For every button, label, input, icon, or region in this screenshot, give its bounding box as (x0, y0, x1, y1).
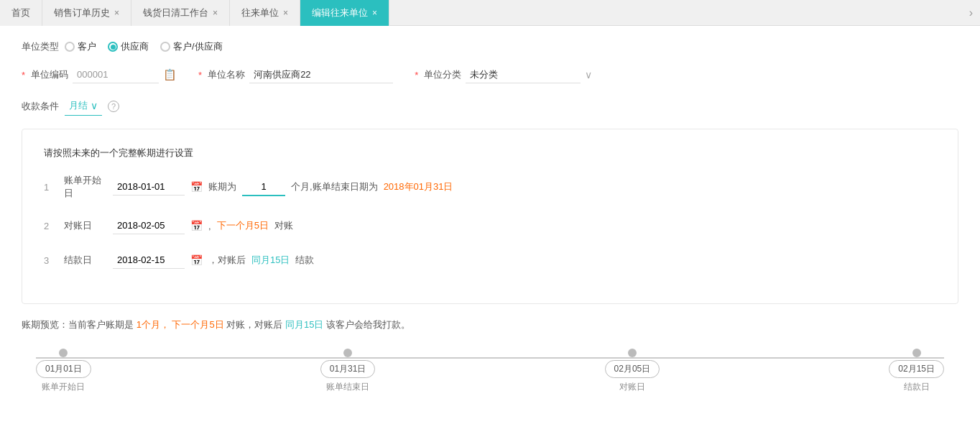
tab-edit-counterpart[interactable]: 编辑往来单位 × (300, 0, 389, 26)
tab-home-label: 首页 (11, 6, 30, 19)
node-bubble-2: 01月31日 (320, 360, 376, 378)
node-label-2: 账单结束日 (326, 381, 369, 393)
payment-suffix-post: 结款 (295, 254, 314, 267)
node-dot-2 (343, 349, 352, 357)
preview-part3: 对账，对账后 (226, 319, 282, 330)
node-date-1: 01月01日 (45, 364, 82, 374)
node-bubble-4: 02月15日 (889, 360, 944, 378)
tab-cashflow-close[interactable]: × (213, 8, 218, 18)
unit-name-label: 单位名称 (208, 68, 245, 81)
unit-code-label: 单位编码 (31, 68, 68, 81)
tab-cashflow-label: 钱货日清工作台 (143, 6, 208, 19)
radio-both[interactable]: 客户/供应商 (160, 40, 223, 53)
start-date-input[interactable] (113, 178, 185, 196)
node-bubble-3: 02月05日 (605, 360, 660, 378)
main-content: 单位类型 客户 供应商 客户/供应商 * 单位编码 📋 * 单位名称 (0, 26, 980, 437)
unit-type-row: 单位类型 客户 供应商 客户/供应商 (22, 40, 958, 53)
unit-name-group: * 单位名称 (198, 66, 393, 83)
tab-sales-history-label: 销售订单历史 (54, 6, 110, 19)
row-label-3: 结款日 (64, 254, 107, 267)
preview-part5: 该客户会给我打款。 (326, 319, 410, 330)
panel-title: 请按照未来的一个完整帐期进行设置 (44, 147, 936, 160)
timeline-node-2: 01月31日 账单结束日 (320, 349, 376, 393)
radio-both-circle (160, 42, 170, 52)
row-label-2: 对账日 (64, 219, 107, 232)
tab-cashflow[interactable]: 钱货日清工作台 × (131, 0, 230, 26)
payment-dropdown-icon[interactable]: ∨ (91, 100, 98, 111)
unit-classify-star: * (415, 70, 418, 80)
unit-type-label: 单位类型 (22, 40, 59, 53)
tab-bar: 首页 销售订单历史 × 钱货日清工作台 × 往来单位 × 编辑往来单位 × › (0, 0, 980, 26)
payment-value: 月结 (69, 99, 88, 112)
tab-edit-counterpart-close[interactable]: × (372, 8, 377, 18)
payment-suffix-pre: ，对账后 (208, 254, 246, 267)
preview-text: 账期预览：当前客户账期是 1个月， 下一个月5日 对账，对账后 同月15日 该客… (22, 318, 958, 331)
payment-date-cal-icon[interactable]: 📅 (190, 254, 203, 266)
payment-select[interactable]: 月结 ∨ (65, 96, 102, 116)
preview-label: 账期预览：当前客户账期是 (22, 319, 134, 330)
period-end-text: 2018年01月31日 (384, 180, 453, 193)
row-num-2: 2 (44, 221, 58, 231)
setting-row-3: 3 结款日 📅 ，对账后 同月15日 结款 (44, 252, 936, 269)
period-unit-text: 个月,账单结束日期为 (291, 180, 378, 193)
tab-sales-history-close[interactable]: × (114, 8, 119, 18)
tab-edit-counterpart-label: 编辑往来单位 (312, 6, 368, 19)
timeline-container: 01月01日 账单开始日 01月31日 账单结束日 02月05日 (22, 349, 958, 393)
unit-info-row: * 单位编码 📋 * 单位名称 * 单位分类 ∨ (22, 66, 958, 83)
node-dot-1 (59, 349, 68, 357)
row-num-3: 3 (44, 255, 58, 266)
node-label-1: 账单开始日 (42, 381, 85, 393)
node-label-3: 对账日 (619, 381, 645, 393)
radio-supplier-label: 供应商 (121, 40, 149, 53)
unit-name-star: * (198, 70, 202, 80)
node-date-3: 02月05日 (614, 364, 651, 374)
tab-counterpart[interactable]: 往来单位 × (230, 0, 300, 26)
unit-classify-label: 单位分类 (424, 68, 461, 81)
unit-classify-group: * 单位分类 ∨ (415, 66, 592, 83)
unit-classify-input[interactable] (466, 66, 581, 83)
node-date-2: 01月31日 (330, 364, 366, 374)
unit-code-input[interactable] (73, 66, 159, 83)
row-num-1: 1 (44, 182, 58, 193)
tab-counterpart-close[interactable]: × (283, 8, 288, 18)
node-bubble-1: 01月01日 (36, 360, 91, 378)
radio-customer-circle (65, 42, 75, 52)
tab-sales-history[interactable]: 销售订单历史 × (42, 0, 131, 26)
timeline-node-3: 02月05日 对账日 (605, 349, 660, 393)
reconcile-date-cal-icon[interactable]: 📅 (190, 220, 203, 231)
preview-part2: 下一个月5日 (172, 319, 223, 330)
unit-code-star: * (22, 70, 25, 80)
unit-code-group: * 单位编码 📋 (22, 66, 177, 83)
radio-both-label: 客户/供应商 (173, 40, 223, 53)
timeline-line (36, 357, 944, 359)
tab-counterpart-label: 往来单位 (241, 6, 279, 19)
start-date-cal-icon[interactable]: 📅 (190, 181, 203, 193)
reconcile-date-input[interactable] (113, 217, 185, 234)
row-label-1: 账单开始日 (64, 174, 107, 200)
unit-classify-dropdown-icon[interactable]: ∨ (585, 69, 592, 80)
period-mid-text: 账期为 (208, 180, 236, 193)
payment-row: 收款条件 月结 ∨ ? (22, 96, 958, 116)
payment-label: 收款条件 (22, 100, 59, 113)
reconcile-orange-text: 下一个月5日 (217, 219, 269, 232)
node-dot-3 (628, 349, 637, 357)
setting-panel: 请按照未来的一个完整帐期进行设置 1 账单开始日 📅 账期为 个月,账单结束日期… (22, 129, 958, 304)
unit-code-copy-icon[interactable]: 📋 (163, 68, 177, 81)
reconcile-suffix-post: 对账 (274, 219, 293, 232)
payment-date-input[interactable] (113, 252, 185, 269)
period-input[interactable] (242, 178, 285, 196)
payment-help-icon[interactable]: ? (108, 101, 119, 112)
radio-customer-label: 客户 (78, 40, 96, 53)
setting-row-1: 1 账单开始日 📅 账期为 个月,账单结束日期为 2018年01月31日 (44, 174, 936, 200)
reconcile-suffix-pre: , (208, 221, 211, 231)
unit-name-input[interactable] (249, 66, 393, 83)
radio-customer[interactable]: 客户 (65, 40, 96, 53)
node-label-4: 结款日 (904, 381, 930, 393)
radio-supplier[interactable]: 供应商 (108, 40, 149, 53)
preview-part4: 同月15日 (285, 319, 323, 330)
radio-group-unit-type: 客户 供应商 客户/供应商 (65, 40, 223, 53)
preview-part1: 1个月， (137, 319, 170, 330)
tab-home[interactable]: 首页 (0, 0, 42, 26)
tab-expand-icon[interactable]: › (962, 6, 980, 19)
timeline-node-1: 01月01日 账单开始日 (36, 349, 91, 393)
